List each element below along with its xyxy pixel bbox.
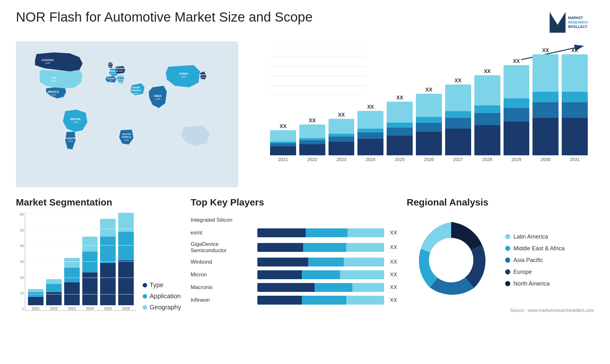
bar-2023-stack: [329, 119, 355, 155]
italy-label: ITALY: [117, 77, 124, 79]
all-bars: XX 2021 XX: [270, 48, 588, 162]
italy-value: xx%: [119, 79, 123, 82]
uk-value: xx%: [108, 65, 112, 68]
legend-type-label: Type: [150, 281, 163, 289]
player-bar-micron-seg3: [340, 270, 384, 279]
bar-2030-year: 2030: [541, 157, 551, 162]
seg-bar-2023: 2023: [64, 212, 80, 310]
regional-section: Regional Analysis: [407, 197, 594, 330]
bar-2027-stack: [445, 84, 471, 155]
player-bar-winbond-seg1: [257, 258, 308, 266]
bar-2030-label: XX: [542, 48, 549, 53]
logo: MARKET RESEARCH INTELLECT: [550, 10, 594, 35]
legend-geography: Geography: [143, 304, 181, 311]
bar-2025-stack: [387, 102, 413, 155]
legend-type-dot: [143, 283, 147, 287]
bar-2025-year: 2025: [395, 157, 405, 162]
seg-content: 0 10 20 30 40 50 60: [16, 212, 181, 320]
bar-2021-label: XX: [280, 124, 286, 129]
seg-chart-area: 0 10 20 30 40 50 60: [16, 212, 136, 320]
china-label: CHINA: [179, 72, 188, 75]
seg-year-2025: 2025: [104, 307, 112, 310]
seg-stack-2021: [28, 289, 44, 305]
seg-chart-inner: 2021 2022: [25, 212, 136, 311]
legend-application-dot: [143, 294, 147, 299]
southafrica-value: xx%: [124, 139, 128, 141]
bar-2026-year: 2026: [424, 157, 434, 162]
seg-stack-2026: [118, 212, 134, 305]
saudi-label: SAUDI: [132, 86, 140, 89]
bar-2031: XX 2031: [562, 48, 588, 162]
player-bar-winbond-seg3: [344, 258, 384, 266]
bar-2023-label: XX: [338, 112, 345, 118]
bar-2031-year: 2031: [570, 157, 580, 162]
player-bar-macronix-seg2: [315, 283, 353, 292]
spain-label: SPAIN: [107, 77, 114, 80]
player-bar-macronix-seg3: [352, 283, 384, 292]
player-name-winbond: Winbond: [191, 259, 254, 265]
bar-2031-label: XX: [571, 48, 578, 53]
legend-application-label: Application: [150, 293, 181, 300]
logo-box: MARKET RESEARCH INTELLECT: [550, 10, 594, 35]
legend-geography-label: Geography: [150, 304, 181, 311]
reg-legend-mea: Middle East & Africa: [505, 245, 565, 252]
player-name-macronix: Macronix: [191, 284, 254, 291]
reg-legend-north-america: North America: [505, 280, 565, 287]
bar-2024-stack: [357, 111, 383, 155]
seg-year-2023: 2023: [68, 307, 76, 310]
bar-2021-stack: [270, 130, 296, 155]
japan-label: JAPAN: [199, 73, 207, 76]
donut-hole: [429, 238, 473, 282]
bar-2025: XX 2025: [387, 48, 413, 162]
y-label-50: 50: [20, 228, 24, 232]
bottom-section: Market Segmentation 0 10 20 30 40 50 60: [16, 197, 594, 330]
page: NOR Flash for Automotive Market Size and…: [0, 0, 610, 364]
bar-2030-stack: [532, 54, 559, 155]
bar-2029-year: 2029: [512, 157, 521, 162]
us-value: xx%: [51, 79, 56, 82]
player-value-micron: XX: [390, 272, 397, 278]
seg-bar-2021: 2021: [28, 212, 44, 310]
player-bar-infineon-seg3: [346, 296, 384, 305]
reg-label-north-america: North America: [513, 280, 550, 287]
players-section: Top Key Players Integrated Silicon esmt: [191, 197, 397, 330]
world-map-svg: CANADA xx% U.S. xx% MEXICO xx% BRAZIL xx…: [16, 41, 238, 187]
player-bar-winbond: [257, 258, 384, 266]
reg-label-latam: Latin America: [513, 233, 548, 240]
france-label: FRANCE: [107, 70, 118, 72]
bar-2027-year: 2027: [453, 157, 463, 162]
player-name-micron: Micron: [191, 272, 254, 278]
bar-2026: XX 2026: [416, 48, 442, 162]
seg-stack-2024: [82, 237, 98, 305]
bar-2024-year: 2024: [366, 157, 376, 162]
china-value: xx%: [181, 75, 186, 78]
germany-label: GERMANY: [114, 67, 128, 70]
player-bar-winbond-seg2: [308, 258, 344, 266]
players-title: Top Key Players: [191, 197, 397, 208]
player-row-giga: GigaDevice Semiconductor XX: [191, 241, 397, 254]
seg-year-2022: 2022: [50, 307, 58, 310]
canada-label: CANADA: [42, 58, 54, 62]
svg-text:AFRICA: AFRICA: [122, 136, 131, 138]
japan-value: xx%: [201, 76, 205, 78]
bar-2022: XX 2022: [299, 48, 325, 162]
player-bar-giga-seg3: [346, 243, 384, 252]
bar-2026-label: XX: [425, 87, 432, 93]
seg-y-axis: 0 10 20 30 40 50 60: [16, 212, 24, 311]
seg-stack-2023: [64, 258, 80, 305]
player-value-esmt: XX: [390, 230, 397, 236]
player-value-macronix: XX: [390, 284, 397, 291]
player-bar-esmt-seg2: [306, 228, 348, 237]
regional-content: Latin America Middle East & Africa Asia …: [407, 212, 594, 305]
seg-bars-group: 2021 2022: [25, 212, 136, 310]
bar-2022-year: 2022: [307, 157, 317, 162]
seg-bar-2024: 2024: [82, 212, 98, 310]
southafrica-label: SOUTH: [122, 133, 131, 136]
legend-geography-dot: [143, 305, 147, 310]
donut-svg: [407, 216, 496, 305]
seg-stack-2022: [46, 279, 62, 305]
bar-chart-container: XX 2021 XX: [248, 41, 594, 187]
bar-2027-label: XX: [455, 78, 461, 84]
bar-2024-label: XX: [367, 104, 374, 110]
bar-2022-label: XX: [309, 118, 315, 124]
